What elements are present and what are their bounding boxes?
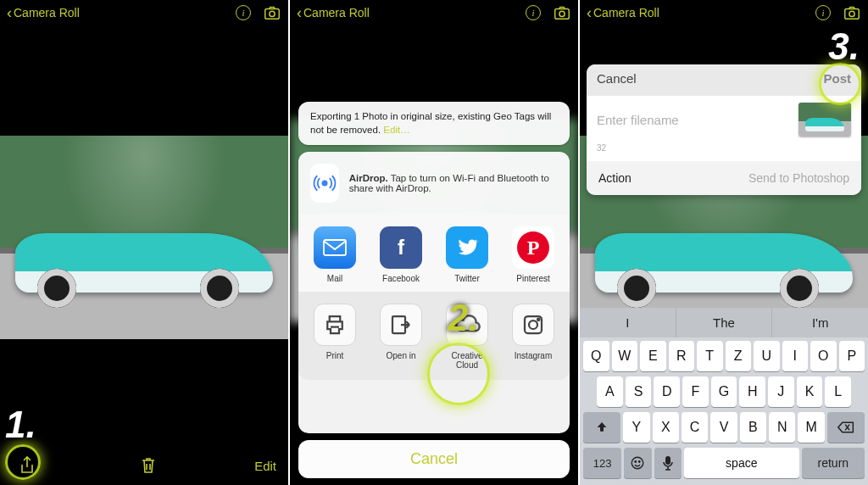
photo-content — [0, 136, 288, 339]
nav-bar: ‹ Camera Roll i — [580, 0, 868, 25]
action-row[interactable]: Action Send to Photoshop — [587, 161, 861, 195]
key-q[interactable]: Q — [583, 341, 609, 371]
back-button[interactable]: ‹ Camera Roll — [7, 4, 80, 22]
svg-point-12 — [632, 457, 644, 469]
bottom-toolbar: Edit — [0, 446, 288, 485]
camera-icon[interactable] — [263, 3, 281, 22]
action-open-in[interactable]: Open in — [373, 304, 429, 370]
compose-cancel-button[interactable]: Cancel — [597, 71, 637, 86]
key-u[interactable]: U — [754, 341, 780, 371]
key-j[interactable]: J — [768, 376, 794, 407]
key-w[interactable]: W — [612, 341, 638, 371]
instagram-icon — [512, 304, 554, 346]
key-f[interactable]: F — [682, 376, 709, 407]
svg-point-1 — [270, 11, 275, 16]
svg-rect-5 — [324, 240, 346, 255]
key-z[interactable]: Z — [726, 341, 752, 371]
key-k[interactable]: K — [797, 376, 823, 407]
export-note-text: Exporting 1 Photo in original size, exis… — [310, 111, 551, 135]
creative-cloud-icon — [446, 304, 488, 346]
mail-icon — [314, 226, 356, 269]
info-icon[interactable]: i — [815, 5, 831, 20]
suggestion[interactable]: I — [580, 308, 676, 337]
camera-icon[interactable] — [553, 3, 571, 22]
key-s[interactable]: S — [626, 376, 652, 407]
airdrop-row[interactable]: AirDrop. Tap to turn on Wi-Fi and Blueto… — [298, 152, 570, 215]
share-app-facebook[interactable]: fFacebook — [373, 226, 429, 283]
action-print[interactable]: Print — [307, 304, 363, 370]
key-g[interactable]: G — [711, 376, 737, 407]
key-c[interactable]: C — [682, 412, 708, 443]
suggestion[interactable]: The — [676, 308, 773, 337]
svg-rect-0 — [265, 8, 280, 19]
info-icon[interactable]: i — [236, 5, 251, 20]
key-space[interactable]: space — [684, 448, 799, 478]
share-button[interactable] — [12, 455, 42, 476]
airdrop-title: AirDrop. — [349, 173, 388, 183]
camera-icon[interactable] — [843, 3, 861, 22]
key-i[interactable]: I — [782, 341, 809, 371]
key-shift[interactable] — [583, 412, 620, 443]
share-app-mail[interactable]: Mail — [307, 226, 363, 283]
key-t[interactable]: T — [697, 341, 723, 371]
attachment-thumbnail[interactable] — [798, 103, 851, 137]
key-e[interactable]: E — [640, 341, 666, 371]
key-m[interactable]: M — [798, 412, 824, 443]
key-return[interactable]: return — [802, 448, 865, 478]
key-b[interactable]: B — [740, 412, 766, 443]
back-label: Camera Roll — [593, 6, 659, 20]
key-o[interactable]: O — [810, 341, 837, 371]
svg-point-9 — [537, 319, 540, 321]
export-edit-link[interactable]: Edit… — [383, 125, 409, 135]
action-label: Instagram — [505, 351, 561, 360]
key-x[interactable]: X — [653, 412, 679, 443]
action-label: Creative Cloud — [439, 351, 495, 370]
key-dictation[interactable] — [654, 448, 682, 478]
suggestion[interactable]: I'm — [772, 308, 868, 337]
back-button[interactable]: ‹ Camera Roll — [297, 4, 370, 22]
action-label: Action — [598, 171, 632, 185]
photo-viewer[interactable] — [0, 25, 288, 485]
svg-rect-2 — [555, 8, 570, 19]
svg-point-11 — [849, 11, 854, 16]
compose-card: Cancel Post 32 Action Send to Photoshop — [587, 64, 861, 195]
app-label: Pinterest — [505, 274, 561, 283]
airdrop-icon — [310, 164, 339, 203]
share-app-pinterest[interactable]: PPinterest — [505, 226, 561, 283]
key-p[interactable]: P — [839, 341, 865, 371]
edit-button[interactable]: Edit — [254, 459, 276, 473]
share-actions-row: Print Open in Creative Cloud Instagram — [298, 292, 570, 380]
open-in-icon — [380, 304, 422, 346]
screen-1: ‹ Camera Roll i Edit 1. — [0, 0, 290, 485]
action-creative-cloud[interactable]: Creative Cloud — [439, 304, 495, 370]
share-sheet: Exporting 1 Photo in original size, exis… — [298, 102, 570, 478]
compose-post-button[interactable]: Post — [823, 71, 851, 86]
action-label: Open in — [373, 351, 429, 360]
trash-button[interactable] — [133, 456, 164, 475]
key-v[interactable]: V — [710, 412, 737, 443]
key-d[interactable]: D — [654, 376, 680, 407]
key-l[interactable]: L — [825, 376, 851, 407]
char-count: 32 — [587, 140, 861, 161]
key-h[interactable]: H — [739, 376, 765, 407]
share-cancel-button[interactable]: Cancel — [298, 440, 570, 478]
action-instagram[interactable]: Instagram — [505, 304, 561, 370]
facebook-icon: f — [380, 226, 422, 269]
key-emoji[interactable] — [624, 448, 651, 478]
key-a[interactable]: A — [597, 376, 623, 407]
svg-point-4 — [322, 181, 326, 185]
info-icon[interactable]: i — [526, 5, 541, 20]
filename-input[interactable] — [597, 103, 798, 137]
nav-bar: ‹ Camera Roll i — [290, 0, 578, 25]
action-label: Print — [307, 351, 363, 360]
share-app-twitter[interactable]: Twitter — [439, 226, 495, 283]
key-numbers[interactable]: 123 — [583, 448, 621, 478]
app-label: Facebook — [373, 274, 429, 283]
key-y[interactable]: Y — [623, 412, 649, 443]
keyboard: I The I'm QWERTZUIOP ASDFGHJKL YXCVBNM 1… — [580, 308, 868, 485]
key-n[interactable]: N — [769, 412, 795, 443]
back-button[interactable]: ‹ Camera Roll — [587, 4, 659, 22]
svg-rect-15 — [665, 456, 670, 465]
key-r[interactable]: R — [669, 341, 695, 371]
key-backspace[interactable] — [827, 412, 865, 443]
